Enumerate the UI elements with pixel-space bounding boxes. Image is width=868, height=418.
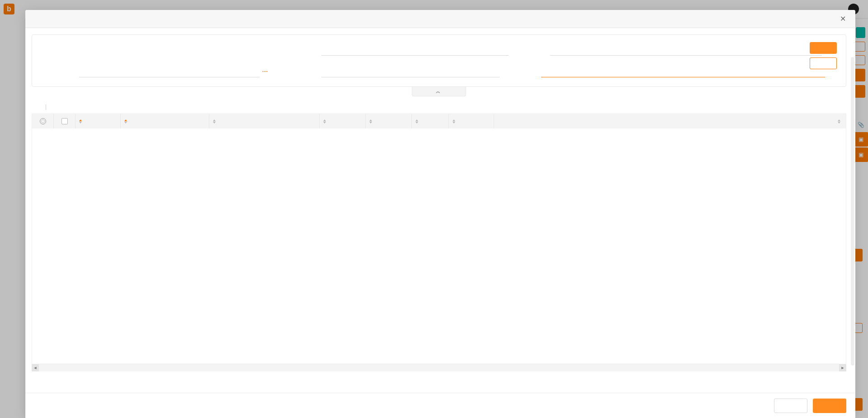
filter-date-label — [45, 44, 75, 46]
partner-input[interactable] — [79, 66, 259, 77]
filter-partner-label — [45, 66, 75, 67]
filter-date — [45, 44, 280, 56]
scroll-right-icon[interactable]: ► — [839, 364, 846, 371]
scroll-left-icon[interactable]: ◄ — [32, 364, 39, 371]
column-docno[interactable] — [121, 114, 209, 128]
filter-panel: ··· ··· — [32, 34, 846, 87]
column-fee[interactable] — [412, 114, 449, 128]
grid-header — [32, 114, 846, 128]
filter-docno — [287, 44, 509, 56]
horizontal-scrollbar[interactable]: ◄ ► — [32, 364, 846, 371]
docno-input[interactable] — [321, 44, 509, 56]
query-button[interactable] — [810, 42, 837, 54]
filter-note-detail-label — [278, 66, 317, 67]
feename-input[interactable] — [550, 44, 822, 56]
grid-body-empty — [32, 128, 846, 364]
column-biz[interactable] — [366, 114, 412, 128]
column-settings[interactable] — [32, 114, 54, 128]
note-detail-input[interactable] — [321, 66, 500, 77]
vertical-scrollbar[interactable] — [851, 57, 854, 366]
column-note[interactable] — [494, 114, 846, 128]
modal-select-fee-bill: ✕ — [25, 10, 855, 418]
filter-actions — [810, 42, 837, 69]
column-partner[interactable] — [209, 114, 320, 128]
chevron-up-icon: ︽ — [436, 88, 440, 95]
column-date[interactable] — [75, 114, 121, 128]
checkbox-icon — [61, 118, 68, 124]
filter-note-label — [507, 66, 537, 67]
close-icon[interactable]: ✕ — [837, 14, 848, 24]
ok-button[interactable] — [813, 399, 846, 413]
filter-docno-label — [287, 44, 317, 46]
filter-feename: ··· — [516, 44, 833, 56]
modal-header: ✕ — [25, 10, 855, 28]
filter-partner: ··· — [45, 66, 271, 77]
collapse-conditions-button[interactable]: ︽ — [412, 86, 466, 96]
gear-icon — [40, 118, 46, 124]
scroll-track[interactable] — [39, 364, 839, 371]
column-amount[interactable] — [449, 114, 494, 128]
cancel-button[interactable] — [774, 399, 807, 413]
filter-note — [507, 66, 833, 77]
modal-footer — [25, 393, 855, 418]
settings-button[interactable] — [810, 57, 837, 69]
separator: | — [45, 104, 47, 110]
partner-more-icon[interactable]: ··· — [259, 68, 271, 75]
data-grid — [32, 114, 846, 364]
grid-summary: | — [33, 104, 846, 110]
filter-feename-label — [516, 44, 546, 46]
modal-body: ··· ··· — [25, 28, 855, 393]
filter-note-detail — [278, 66, 500, 77]
column-dept[interactable] — [320, 114, 366, 128]
note-input[interactable] — [541, 66, 825, 77]
column-select-all[interactable] — [54, 114, 75, 128]
